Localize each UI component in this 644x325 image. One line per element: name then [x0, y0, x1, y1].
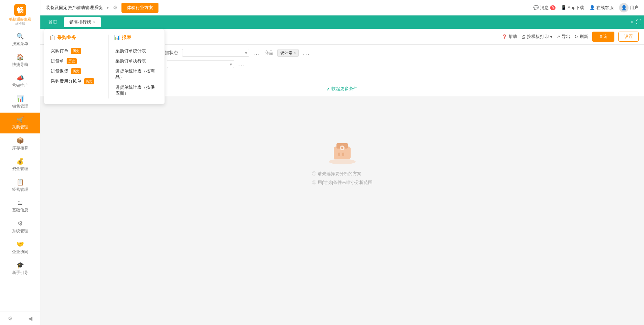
tab-sales-rank[interactable]: 销售排行榜 ×	[64, 17, 101, 27]
sidebar: 畅 畅捷通好生意 标准版 🔍 搜索菜单 🏠 快捷导航 📣 营销推广 📊 销售管理	[0, 0, 40, 325]
user-btn[interactable]: 👤 用户	[619, 3, 639, 12]
app-label: App下载	[568, 5, 584, 11]
message-label: 消息	[540, 5, 549, 11]
sidebar-item-purchase[interactable]: 🛒 采购管理	[0, 113, 40, 133]
sidebar-footer: ⚙ ◀	[0, 312, 40, 325]
enterprise-icon: 🤝	[16, 241, 24, 248]
help-icon: ❓	[502, 34, 507, 39]
dropdown-item-purchase-expense[interactable]: 采购费用分摊单 历史	[49, 76, 100, 86]
empty-hints: ① 请先选择要分析的方案 ② 用[过滤]条件来缩小分析范围	[312, 169, 372, 187]
sidebar-item-sales[interactable]: 📊 销售管理	[0, 92, 40, 113]
sidebar-item-system[interactable]: ⚙ 系统管理	[0, 216, 40, 237]
purchase-stock-label: 进货单	[51, 58, 64, 64]
refresh-btn[interactable]: ↻ 刷新	[574, 34, 588, 40]
sidebar-item-label-sales: 销售管理	[12, 104, 28, 109]
salesman-more[interactable]: ...	[238, 61, 245, 68]
empty-hint-1: ① 请先选择要分析的方案	[312, 169, 372, 178]
tab-close-all-icon[interactable]: ×	[630, 19, 633, 25]
refresh-icon: ↻	[574, 34, 578, 39]
sidebar-item-basic[interactable]: 🗂 基础信息	[0, 196, 40, 216]
purchase-column: 📋 采购业务 采购订单 历史 进货单 历史 进货退货 历史	[49, 35, 100, 98]
report-order-exec-label: 采购订单执行表	[115, 58, 146, 64]
sidebar-item-label-system: 系统管理	[12, 228, 28, 234]
goods-tag-text: 设计素	[280, 50, 292, 56]
sidebar-collapse-btn[interactable]: ◀	[28, 315, 32, 322]
sidebar-item-marketing[interactable]: 📣 营销推广	[0, 71, 40, 92]
empty-icon	[324, 136, 361, 167]
export-icon: ↗	[557, 34, 560, 39]
sidebar-item-finance[interactable]: 💰 资金管理	[0, 154, 40, 175]
logo-icon: 畅	[14, 4, 26, 16]
message-badge: 9	[550, 5, 556, 10]
purchase-order-label: 采购订单	[51, 48, 68, 54]
purchase-return-label: 进货退货	[51, 68, 68, 74]
sidebar-item-operations[interactable]: 📋 经营管理	[0, 175, 40, 196]
app-download-btn[interactable]: 📱 App下载	[561, 5, 584, 11]
query-button[interactable]: 查询	[592, 32, 614, 42]
dropdown-item-report-order-exec[interactable]: 采购订单执行表	[114, 56, 159, 66]
sidebar-item-guide[interactable]: 🎓 新手引导	[0, 258, 40, 279]
dropdown-item-report-stock-by-goods[interactable]: 进货单统计表（按商品）	[114, 66, 159, 82]
sidebar-item-search[interactable]: 🔍 搜索菜单	[0, 29, 40, 50]
dropdown-item-report-stock-by-supplier[interactable]: 进货单统计表（按供应商）	[114, 82, 159, 98]
service-icon: 👤	[589, 5, 595, 10]
salesman-select[interactable]	[167, 60, 234, 68]
guide-icon: 🎓	[16, 261, 24, 269]
sidebar-item-quicknav[interactable]: 🏠 快捷导航	[0, 50, 40, 71]
purchase-dropdown-menu: 📋 采购业务 采购订单 历史 进货单 历史 进货退货 历史	[44, 29, 165, 104]
collapse-label: 收起更多条件	[331, 86, 358, 92]
sidebar-item-label-search: 搜索菜单	[12, 41, 28, 47]
dropdown-item-report-order-stats[interactable]: 采购订单统计表	[114, 46, 159, 56]
report-col-icon: 📊	[114, 35, 120, 40]
print-dropdown-icon: ▾	[550, 34, 552, 39]
goods-tag-close[interactable]: ×	[294, 51, 296, 55]
purchase-col-title: 采购业务	[57, 35, 76, 41]
dropdown-item-purchase-order[interactable]: 采购订单 历史	[49, 46, 100, 56]
doc-status-more[interactable]: ...	[253, 49, 260, 56]
empty-state: ① 请先选择要分析的方案 ② 用[过滤]条件来缩小分析范围	[40, 96, 644, 227]
salesman-select-wrap	[167, 60, 234, 68]
doc-status-select[interactable]	[182, 49, 249, 57]
basic-icon: 🗂	[17, 199, 23, 206]
empty-hint-2: ② 用[过滤]条件来缩小分析范围	[312, 178, 372, 187]
dropdown-columns: 📋 采购业务 采购订单 历史 进货单 历史 进货退货 历史	[49, 35, 159, 98]
svg-rect-5	[338, 153, 340, 156]
dropdown-item-purchase-return[interactable]: 进货退货 历史	[49, 66, 100, 76]
collapse-arrow: ∧	[327, 86, 330, 91]
title-dropdown-icon[interactable]: ▾	[107, 5, 109, 10]
sidebar-item-inventory[interactable]: 📦 库存核算	[0, 133, 40, 154]
purchase-return-history-badge: 历史	[71, 68, 81, 74]
purchase-expense-label: 采购费用分摊单	[51, 78, 81, 84]
tab-home[interactable]: 首页	[43, 17, 63, 27]
sidebar-settings-btn[interactable]: ⚙	[8, 315, 12, 322]
help-btn[interactable]: ❓ 帮助	[502, 34, 517, 40]
print-icon: 🖨	[521, 34, 526, 39]
settings-button[interactable]: 设置	[618, 32, 639, 42]
tab-bar-right: × ⛶	[630, 19, 641, 25]
goods-more[interactable]: ...	[303, 49, 310, 56]
export-btn[interactable]: ↗ 导出	[557, 34, 570, 40]
industry-btn[interactable]: 体验行业方案	[121, 3, 158, 13]
tab-active-label: 销售排行榜	[69, 19, 91, 25]
search-icon: 🔍	[16, 33, 24, 40]
tab-fullscreen-icon[interactable]: ⛶	[636, 19, 641, 25]
message-btn[interactable]: 💬 消息 9	[533, 5, 556, 11]
sidebar-item-label-basic: 基础信息	[12, 207, 28, 213]
print-btn[interactable]: 🖨 按模板打印 ▾	[521, 34, 552, 40]
sidebar-item-label-quicknav: 快捷导航	[12, 62, 28, 68]
app-icon: 📱	[561, 5, 566, 10]
report-column: 📊 报表 采购订单统计表 采购订单执行表 进货单统计表（按商品） 进货单统计表（…	[108, 35, 159, 98]
header-settings-icon[interactable]: ⚙	[113, 4, 117, 11]
main-area: 装备及固定资产辅助管理系统 ▾ ⚙ 体验行业方案 💬 消息 9 📱 App下载 …	[40, 0, 644, 325]
sidebar-item-enterprise[interactable]: 🤝 企业协同	[0, 237, 40, 258]
message-icon: 💬	[533, 5, 539, 10]
tab-close-icon[interactable]: ×	[93, 20, 96, 25]
report-stock-supplier-label: 进货单统计表（按供应商）	[115, 84, 158, 96]
purchase-order-history-badge: 历史	[71, 48, 81, 54]
online-service-btn[interactable]: 👤 在线客服	[589, 5, 614, 11]
refresh-label: 刷新	[579, 34, 588, 40]
collapse-btn[interactable]: ∧ 收起更多条件	[327, 86, 358, 92]
dropdown-item-purchase-stock[interactable]: 进货单 历史	[49, 56, 100, 66]
sidebar-item-label-operations: 经营管理	[12, 187, 28, 193]
sidebar-item-label-guide: 新手引导	[12, 270, 28, 276]
